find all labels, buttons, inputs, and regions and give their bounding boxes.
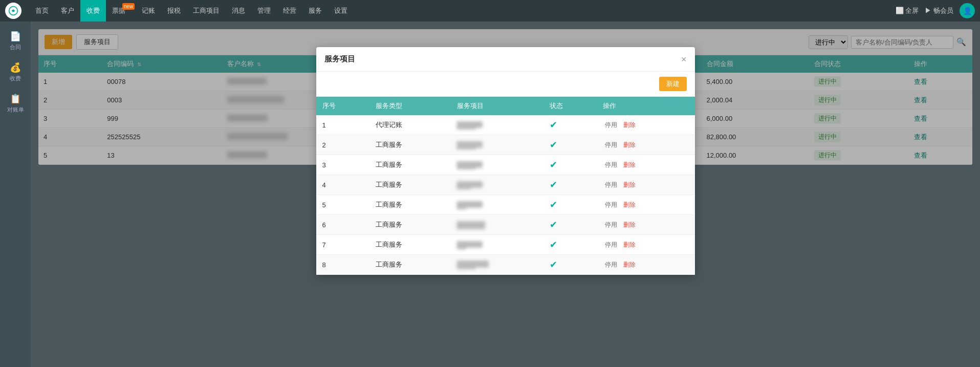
nav-home[interactable]: 首页 [29, 0, 55, 21]
stop-button[interactable]: 停用 [603, 161, 619, 169]
nav-settings[interactable]: 设置 [328, 0, 354, 21]
modal-cell-type: 工商服务 [369, 155, 451, 175]
user-avatar[interactable]: 👤 [960, 3, 975, 18]
modal-cell-status: ✔ [543, 195, 597, 215]
modal-cell-status: ✔ [543, 215, 597, 235]
nav-message[interactable]: 消息 [226, 0, 251, 21]
modal-cell-status: ✔ [543, 255, 597, 275]
modal-body: 序号 服务类型 服务项目 状态 操作 1 代理记账 ████1 ✔ 停用 删除 [316, 97, 695, 275]
modal-table-row: 8 工商服务 ████注册 ✔ 停用 删除 [316, 255, 695, 275]
delete-button[interactable]: 删除 [621, 241, 638, 249]
sidebar-item-charge[interactable]: 💰 收费 [2, 58, 29, 87]
modal-cell-type: 工商服务 [369, 135, 451, 155]
status-check-icon: ✔ [550, 260, 557, 270]
modal-cell-item: ██ [451, 195, 543, 215]
modal-cell-item: ████ [451, 135, 543, 155]
app-logo[interactable] [5, 3, 21, 19]
modal-col-seq: 序号 [316, 97, 369, 115]
stop-button[interactable]: 停用 [603, 221, 619, 229]
modal-cell-seq: 7 [316, 235, 369, 255]
nav-manage[interactable]: 管理 [251, 0, 277, 21]
stop-button[interactable]: 停用 [603, 181, 619, 189]
sidebar: 📄 合同 💰 收费 📋 对账单 [0, 21, 31, 367]
modal-col-status: 状态 [543, 97, 597, 115]
sidebar-item-statement[interactable]: 📋 对账单 [2, 89, 29, 118]
content-area: 新增 服务项目 进行中 已终止 全部 🔍 序号 合同编码 ⇅ [31, 21, 980, 367]
stop-button[interactable]: 停用 [603, 141, 619, 149]
modal-cell-seq: 4 [316, 175, 369, 195]
new-badge: new [122, 3, 135, 10]
delete-button[interactable]: 删除 [621, 261, 638, 269]
modal-table-row: 4 工商服务 ███ ✔ 停用 删除 [316, 175, 695, 195]
modal-cell-seq: 1 [316, 115, 369, 135]
nav-tax[interactable]: 报税 [161, 0, 187, 21]
modal-new-button[interactable]: 新建 [659, 77, 687, 91]
modal-table-row: 5 工商服务 ██ ✔ 停用 删除 [316, 195, 695, 215]
modal-col-type: 服务类型 [369, 97, 451, 115]
top-navigation: 首页 客户 收费 票据 new 记账 报税 工商项目 消息 管理 经营 服务 设… [0, 0, 980, 21]
modal-cell-type: 工商服务 [369, 215, 451, 235]
modal-cell-type: 工商服务 [369, 235, 451, 255]
nav-business[interactable]: 工商项目 [187, 0, 226, 21]
modal-cell-actions: 停用 删除 [597, 255, 694, 275]
modal-cell-actions: 停用 删除 [597, 135, 694, 155]
modal-cell-item: ██████ [451, 215, 543, 235]
status-check-icon: ✔ [550, 220, 557, 230]
modal-cell-item: ████1 [451, 115, 543, 135]
modal-cell-status: ✔ [543, 155, 597, 175]
modal-toolbar: 新建 [316, 72, 695, 97]
status-check-icon: ✔ [550, 160, 557, 170]
top-right-tools: ⬜ 全屏 ▶ 畅会员 👤 [896, 3, 975, 18]
delete-button[interactable]: 删除 [621, 221, 638, 229]
delete-button[interactable]: 删除 [621, 121, 638, 129]
nav-service[interactable]: 服务 [302, 0, 328, 21]
nav-bookkeeping[interactable]: 记账 [136, 0, 161, 21]
modal-cell-item: ████ [451, 155, 543, 175]
delete-button[interactable]: 删除 [621, 141, 638, 149]
sidebar-item-contract[interactable]: 📄 合同 [2, 27, 29, 55]
modal-cell-type: 代理记账 [369, 115, 451, 135]
modal-title: 服务项目 [324, 54, 355, 64]
modal-cell-actions: 停用 删除 [597, 175, 694, 195]
stop-button[interactable]: 停用 [603, 261, 619, 269]
delete-button[interactable]: 删除 [621, 181, 638, 189]
nav-charge[interactable]: 收费 [80, 0, 106, 21]
nav-invoice[interactable]: 票据 new [106, 0, 136, 21]
delete-button[interactable]: 删除 [621, 161, 638, 169]
modal-cell-actions: 停用 删除 [597, 195, 694, 215]
modal-cell-actions: 停用 删除 [597, 155, 694, 175]
modal-cell-type: 工商服务 [369, 195, 451, 215]
status-check-icon: ✔ [550, 200, 557, 210]
modal-cell-item: ██ [451, 235, 543, 255]
modal-cell-seq: 2 [316, 135, 369, 155]
stop-button[interactable]: 停用 [603, 121, 619, 129]
modal-cell-seq: 8 [316, 255, 369, 275]
status-check-icon: ✔ [550, 240, 557, 250]
modal-header: 服务项目 × [316, 47, 695, 72]
status-check-icon: ✔ [550, 180, 557, 190]
modal-col-action: 操作 [597, 97, 694, 115]
modal-close-button[interactable]: × [681, 55, 687, 64]
status-check-icon: ✔ [550, 140, 557, 150]
contract-icon: 📄 [10, 31, 21, 42]
statement-icon: 📋 [10, 93, 21, 104]
nav-customer[interactable]: 客户 [55, 0, 80, 21]
modal-cell-seq: 3 [316, 155, 369, 175]
modal-cell-status: ✔ [543, 175, 597, 195]
status-check-icon: ✔ [550, 120, 557, 130]
nav-operation[interactable]: 经营 [277, 0, 302, 21]
main-layout: 📄 合同 💰 收费 📋 对账单 新增 服务项目 进行中 已终止 全部 [0, 21, 980, 367]
modal-cell-actions: 停用 删除 [597, 235, 694, 255]
stop-button[interactable]: 停用 [603, 241, 619, 249]
stop-button[interactable]: 停用 [603, 201, 619, 209]
modal-table-row: 2 工商服务 ████ ✔ 停用 删除 [316, 135, 695, 155]
fullscreen-btn[interactable]: ⬜ 全屏 [896, 6, 919, 15]
service-item-modal: 服务项目 × 新建 序号 服务类型 服务项目 状态 [316, 47, 695, 275]
modal-cell-item: ████注册 [451, 255, 543, 275]
member-btn[interactable]: ▶ 畅会员 [925, 6, 953, 15]
service-items-table: 序号 服务类型 服务项目 状态 操作 1 代理记账 ████1 ✔ 停用 删除 [316, 97, 695, 275]
modal-table-row: 3 工商服务 ████ ✔ 停用 删除 [316, 155, 695, 175]
modal-cell-item: ███ [451, 175, 543, 195]
modal-cell-type: 工商服务 [369, 255, 451, 275]
delete-button[interactable]: 删除 [621, 201, 638, 209]
